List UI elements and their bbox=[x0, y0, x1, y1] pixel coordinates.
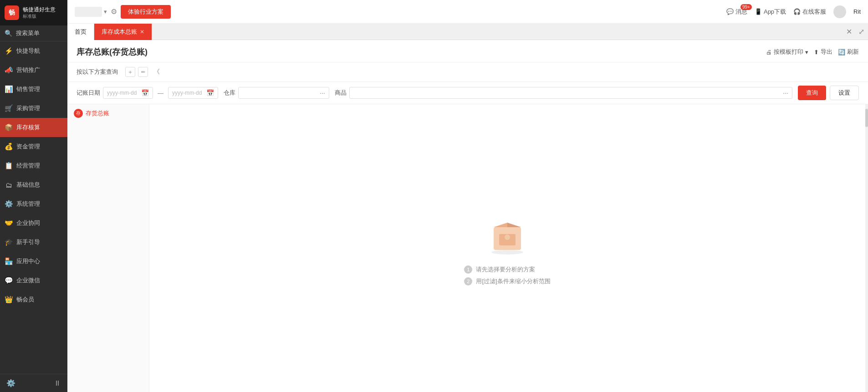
sidebar-item-guide[interactable]: 🎓 新手引导 bbox=[0, 233, 67, 252]
panel-controls: ✕ ⤢ bbox=[842, 27, 868, 36]
filter-add-button[interactable]: ＋ bbox=[125, 67, 135, 77]
empty-state: 1 请先选择要分析的方案 2 用[过滤]条件来缩小分析范围 bbox=[464, 209, 550, 287]
guide-icon: 🎓 bbox=[5, 238, 13, 246]
messages-button[interactable]: 💬 消息 99+ bbox=[726, 8, 747, 16]
filter-buttons: 查询 设置 bbox=[798, 86, 859, 100]
sidebar-item-label: 企业协同 bbox=[16, 219, 40, 227]
tip-num-2: 2 bbox=[464, 277, 472, 285]
goods-input[interactable]: ··· bbox=[349, 87, 792, 99]
page-title: 库存总账(存货总账) bbox=[77, 46, 148, 57]
sidebar-search[interactable]: 🔍 搜索菜单 bbox=[0, 25, 67, 41]
sidebar-item-operations[interactable]: 📋 经营管理 bbox=[0, 156, 67, 175]
finance-icon: 💰 bbox=[5, 143, 13, 151]
export-icon: ⬆ bbox=[814, 49, 819, 56]
tip-num-1: 1 bbox=[464, 265, 472, 274]
sidebar-search-label: 搜索菜单 bbox=[16, 29, 40, 37]
sidebar-item-inventory[interactable]: 📦 库存核算 bbox=[0, 118, 67, 137]
sidebar-item-system[interactable]: ⚙️ 系统管理 bbox=[0, 194, 67, 214]
svg-point-4 bbox=[505, 234, 510, 240]
goods-field: 商品 ··· bbox=[335, 87, 792, 99]
refresh-button[interactable]: 🔄 刷新 bbox=[838, 48, 859, 56]
sidebar-item-purchase[interactable]: 🛒 采购管理 bbox=[0, 99, 67, 118]
scheme-selector[interactable]: ▾ bbox=[75, 7, 107, 17]
sidebar-item-basic[interactable]: 🗂 基础信息 bbox=[0, 175, 67, 194]
export-label: 导出 bbox=[821, 48, 832, 56]
sidebar-item-label: 企业微信 bbox=[16, 276, 40, 285]
tab-close-icon[interactable]: ✕ bbox=[140, 29, 144, 35]
filter-edit-button[interactable]: ✏ bbox=[138, 67, 148, 77]
warehouse-input[interactable]: ··· bbox=[238, 87, 329, 99]
collapse-icon[interactable]: ⏸ bbox=[54, 379, 61, 387]
filter-fields-row: 记账日期 yyyy-mm-dd 📅 — yyyy-mm-dd 📅 仓库 ··· bbox=[67, 82, 868, 104]
message-icon: 💬 bbox=[726, 8, 734, 15]
sidebar-footer: ⚙️ ⏸ bbox=[0, 374, 67, 392]
tip-item-1: 1 请先选择要分析的方案 bbox=[464, 264, 550, 275]
sidebar-item-enterprise[interactable]: 🤝 企业协同 bbox=[0, 214, 67, 233]
scroll-thumb[interactable] bbox=[865, 109, 868, 127]
inventory-icon: 📦 bbox=[5, 123, 13, 132]
user-avatar[interactable] bbox=[833, 5, 846, 18]
tab-home[interactable]: 首页 bbox=[67, 24, 94, 40]
sidebar-item-label: 基础信息 bbox=[16, 181, 40, 189]
filter-settings-button[interactable]: 设置 bbox=[830, 86, 859, 100]
sidebar-item-label: 采购管理 bbox=[16, 104, 40, 112]
filter-bar: 按以下方案查询 ＋ ✏ 《 bbox=[67, 62, 868, 82]
sidebar-item-finance[interactable]: 💰 资金管理 bbox=[0, 137, 67, 156]
sidebar-item-appstore[interactable]: 🏪 应用中心 bbox=[0, 252, 67, 271]
sales-icon: 📊 bbox=[5, 85, 13, 93]
scrollbar-right[interactable] bbox=[865, 104, 868, 392]
messages-badge: 99+ bbox=[740, 4, 752, 10]
app-download-label: App下载 bbox=[764, 8, 786, 16]
service-label: 在线客服 bbox=[802, 8, 826, 16]
user-name: Rit bbox=[853, 8, 861, 15]
sidebar-item-wechat[interactable]: 💬 企业微信 bbox=[0, 271, 67, 290]
sidebar-item-member[interactable]: 👑 畅会员 bbox=[0, 290, 67, 309]
appstore-icon: 🏪 bbox=[5, 257, 13, 265]
sidebar-item-label: 应用中心 bbox=[16, 257, 40, 265]
print-template-button[interactable]: 🖨 按模板打印 ▾ bbox=[766, 48, 808, 56]
scheme-item-label: 存货总账 bbox=[86, 109, 109, 117]
tab-inventory-cost[interactable]: 库存成本总账 ✕ bbox=[94, 24, 152, 40]
basic-icon: 🗂 bbox=[5, 181, 13, 189]
sidebar-item-label: 快捷导航 bbox=[16, 47, 40, 55]
topbar: ▾ ⚙ 体验行业方案 💬 消息 99+ 📱 App下载 🎧 在线客服 Rit bbox=[67, 0, 868, 24]
sidebar-item-quick-nav[interactable]: ⚡ 快捷导航 bbox=[0, 41, 67, 61]
sidebar-item-label: 经营管理 bbox=[16, 162, 40, 170]
settings-gear-icon[interactable]: ⚙ bbox=[111, 7, 117, 16]
sidebar-item-marketing[interactable]: 📣 营销推广 bbox=[0, 61, 67, 80]
goods-more-icon[interactable]: ··· bbox=[783, 89, 788, 97]
date-start-calendar-icon[interactable]: 📅 bbox=[141, 89, 149, 97]
warehouse-more-icon[interactable]: ··· bbox=[320, 89, 325, 97]
date-field-label: 记账日期 bbox=[77, 89, 100, 97]
app-version: 标准版 bbox=[23, 13, 56, 20]
date-separator: — bbox=[158, 90, 163, 97]
tip-item-2: 2 用[过滤]条件来缩小分析范围 bbox=[464, 275, 550, 287]
date-end-input[interactable]: yyyy-mm-dd 📅 bbox=[168, 87, 218, 99]
tab-home-label: 首页 bbox=[75, 28, 87, 36]
svg-marker-1 bbox=[494, 223, 507, 227]
tip-text-1: 请先选择要分析的方案 bbox=[476, 264, 535, 275]
panel-expand-icon[interactable]: ⤢ bbox=[858, 27, 864, 36]
sidebar-item-label: 销售管理 bbox=[16, 85, 40, 93]
topbar-left: ▾ ⚙ 体验行业方案 bbox=[75, 5, 722, 19]
sidebar-item-sales[interactable]: 📊 销售管理 bbox=[0, 80, 67, 99]
trial-button[interactable]: 体验行业方案 bbox=[121, 5, 171, 19]
scheme-value[interactable] bbox=[75, 7, 102, 17]
filter-scheme-label: 按以下方案查询 bbox=[77, 68, 118, 76]
online-service-button[interactable]: 🎧 在线客服 bbox=[793, 8, 826, 16]
app-logo-text: 畅捷通好生意 标准版 bbox=[23, 6, 56, 20]
panel-close-icon[interactable]: ✕ bbox=[842, 27, 856, 36]
query-button[interactable]: 查询 bbox=[798, 86, 826, 100]
settings-icon[interactable]: ⚙️ bbox=[6, 379, 15, 387]
date-start-input[interactable]: yyyy-mm-dd 📅 bbox=[103, 87, 153, 99]
sidebar-item-label: 新手引导 bbox=[16, 238, 40, 246]
tabs-bar: 首页 库存成本总账 ✕ ✕ ⤢ bbox=[67, 24, 868, 40]
system-icon: ⚙️ bbox=[5, 200, 13, 208]
scheme-inventory-general[interactable]: 存 存货总账 bbox=[67, 104, 149, 122]
search-icon: 🔍 bbox=[5, 30, 12, 37]
app-download-button[interactable]: 📱 App下载 bbox=[755, 8, 786, 16]
date-end-calendar-icon[interactable]: 📅 bbox=[206, 89, 214, 97]
filter-collapse-icon[interactable]: 《 bbox=[153, 68, 160, 76]
page-header: 库存总账(存货总账) 🖨 按模板打印 ▾ ⬆ 导出 🔄 刷新 bbox=[67, 40, 868, 62]
export-button[interactable]: ⬆ 导出 bbox=[814, 48, 832, 56]
